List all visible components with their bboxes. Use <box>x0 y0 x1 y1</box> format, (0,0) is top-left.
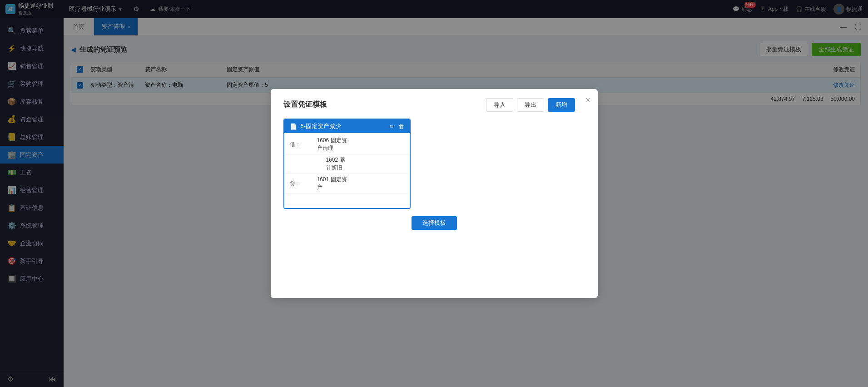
select-template-button[interactable]: 选择模板 <box>412 216 457 230</box>
template-card: 📄 5-固定资产减少 ✏ 🗑 借： 1606 固定资产清理 <box>283 119 411 209</box>
template-modal: × 设置凭证模板 导入 导出 新增 📄 5-固定资产减少 ✏ 🗑 借： 1606… <box>271 89 598 298</box>
entry1-account: 1606 固定资产清理 <box>317 137 350 152</box>
template-header-label: 5-固定资产减少 <box>301 122 342 130</box>
modal-close-button[interactable]: × <box>585 95 590 105</box>
edit-icon[interactable]: ✏ <box>390 123 395 130</box>
modal-overlay: × 设置凭证模板 导入 导出 新增 📄 5-固定资产减少 ✏ 🗑 借： 1606… <box>0 0 868 387</box>
modal-actions: 导入 导出 新增 <box>486 98 575 112</box>
export-button[interactable]: 导出 <box>517 98 544 112</box>
template-entry-1: 借： 1606 固定资产清理 <box>284 135 410 154</box>
template-card-actions: ✏ 🗑 <box>390 123 404 130</box>
import-button[interactable]: 导入 <box>486 98 513 112</box>
template-row-empty <box>284 194 410 206</box>
template-entry-3: 贷： 1601 固定资产 <box>284 174 410 194</box>
template-card-body: 借： 1606 固定资产清理 1602 累计折旧 贷： 1601 固定资产 <box>284 133 410 208</box>
entry3-account: 1601 固定资产 <box>317 176 350 191</box>
template-card-header: 📄 5-固定资产减少 ✏ 🗑 <box>284 119 410 133</box>
delete-icon[interactable]: 🗑 <box>398 123 404 130</box>
template-doc-icon: 📄 <box>290 123 297 130</box>
template-entry-2: 1602 累计折旧 <box>284 154 410 174</box>
new-template-button[interactable]: 新增 <box>548 98 575 112</box>
entry1-direction: 借： <box>290 141 317 149</box>
entry2-account: 1602 累计折旧 <box>317 156 350 172</box>
entry3-direction: 贷： <box>290 180 317 188</box>
